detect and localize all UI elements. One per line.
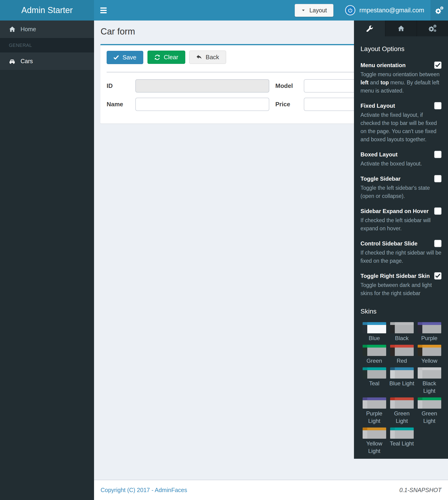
copyright-link[interactable]: Copyright (C) 2017 - AdminFaces	[101, 487, 187, 493]
skin-green-light[interactable]: Green Light	[416, 397, 443, 425]
option-description: Activate the fixed layout, if checked th…	[361, 111, 441, 144]
price-label: Price	[269, 101, 304, 108]
toggle-right-sidebar-skin-checkbox[interactable]	[434, 272, 441, 279]
skin-blue-light[interactable]: Blue Light	[388, 367, 416, 395]
left-sidebar: Home GENERAL Cars	[0, 20, 94, 500]
skin-label: Blue Light	[389, 380, 415, 387]
wrench-icon	[366, 25, 373, 32]
bars-icon	[100, 7, 107, 9]
save-button-label: Save	[123, 54, 136, 61]
id-label: ID	[107, 82, 135, 90]
brand-logo[interactable]: Admin Starter	[0, 0, 94, 20]
skin-label: Purple	[417, 334, 442, 342]
check-icon	[114, 55, 119, 60]
skin-label: Green	[362, 357, 387, 364]
option-description: If checked the left sidebar will expand …	[361, 216, 441, 233]
skin-label: Green Light	[417, 410, 442, 425]
tab-layout-options[interactable]	[354, 20, 385, 36]
skin-swatch[interactable]	[363, 322, 386, 333]
brand-title: Admin Starter	[21, 5, 73, 15]
gears-icon	[435, 6, 444, 14]
control-sidebar-tabs	[354, 20, 448, 36]
control-sidebar-slide-checkbox[interactable]	[434, 240, 441, 247]
tab-home[interactable]	[385, 20, 416, 36]
option-boxed-layout: Boxed Layout Activate the boxed layout.	[361, 151, 441, 168]
skin-red[interactable]: Red	[388, 345, 416, 364]
skin-label: Purple Light	[362, 410, 387, 425]
sidebar-section-header: GENERAL	[0, 38, 94, 52]
control-sidebar-toggle-button[interactable]	[431, 0, 448, 20]
sidebar-item-home[interactable]: Home	[0, 20, 94, 38]
skin-yellow[interactable]: Yellow	[416, 345, 443, 364]
skin-black-light[interactable]: Black Light	[416, 367, 443, 395]
skin-green-light-red[interactable]: Green Light	[388, 397, 416, 425]
skin-swatch[interactable]	[418, 345, 441, 356]
skin-swatch[interactable]	[390, 322, 414, 333]
skin-swatch[interactable]	[363, 397, 386, 409]
option-title: Toggle Sidebar	[361, 176, 441, 182]
skin-swatch[interactable]	[390, 367, 414, 379]
skin-blue[interactable]: Blue	[361, 322, 388, 342]
skin-label: Red	[389, 357, 415, 364]
skin-teal-light[interactable]: Teal Light	[388, 427, 416, 455]
skin-purple[interactable]: Purple	[416, 322, 443, 342]
sidebar-toggle-button[interactable]	[100, 3, 114, 17]
page-footer: Copyright (C) 2017 - AdminFaces 0.1-SNAP…	[94, 480, 448, 500]
skin-swatch[interactable]	[390, 397, 414, 409]
name-field[interactable]	[135, 98, 269, 111]
option-description: If checked the right sidebar will be fix…	[361, 249, 441, 265]
skin-black[interactable]: Black	[388, 322, 416, 342]
save-button[interactable]: Save	[107, 51, 143, 64]
clear-button[interactable]: Clear	[147, 51, 185, 64]
refresh-icon	[155, 55, 160, 60]
control-sidebar-body: Layout Options Menu orientation Toggle m…	[354, 36, 448, 458]
tab-settings[interactable]	[416, 20, 448, 36]
option-title: Sidebar Expand on Hover	[361, 208, 441, 214]
skin-green[interactable]: Green	[361, 345, 388, 364]
option-title: Menu orientation	[361, 62, 441, 69]
skin-teal[interactable]: Teal	[361, 367, 388, 395]
back-button[interactable]: Back	[189, 51, 226, 64]
toggle-sidebar-checkbox[interactable]	[434, 175, 441, 182]
skins-grid: Blue Black Purple Green Red Yellow	[361, 322, 444, 458]
skin-label: Yellow Light	[362, 440, 387, 455]
home-icon	[9, 26, 16, 32]
menu-orientation-checkbox[interactable]	[434, 61, 441, 69]
user-menu[interactable]: rmpestano@gmail.com	[345, 5, 424, 15]
skin-label: Yellow	[417, 357, 442, 364]
layout-dropdown-label: Layout	[309, 7, 327, 14]
skin-swatch[interactable]	[418, 367, 441, 379]
clear-button-label: Clear	[164, 54, 178, 61]
skin-swatch[interactable]	[363, 427, 386, 439]
skin-swatch[interactable]	[363, 367, 386, 379]
option-description: Toggle menu orientation between left and…	[361, 70, 441, 95]
top-navbar: Admin Starter Layout rmpestano@gmail.com	[0, 0, 448, 20]
option-fixed-layout: Fixed Layout Activate the fixed layout, …	[361, 103, 441, 144]
sidebar-expand-hover-checkbox[interactable]	[434, 208, 441, 215]
skin-swatch[interactable]	[390, 345, 414, 356]
sidebar-item-label: Home	[20, 26, 36, 33]
caret-down-icon	[301, 8, 305, 12]
fixed-layout-checkbox[interactable]	[434, 102, 441, 109]
name-label: Name	[107, 101, 135, 108]
sidebar-item-cars[interactable]: Cars	[0, 52, 94, 70]
skin-yellow-light[interactable]: Yellow Light	[361, 427, 388, 455]
sidebar-item-label: Cars	[20, 58, 33, 65]
option-description: Toggle between dark and light skins for …	[361, 281, 441, 297]
boxed-layout-checkbox[interactable]	[434, 151, 441, 158]
skin-swatch[interactable]	[418, 397, 441, 409]
skin-label: Black	[389, 334, 415, 342]
option-description: Toggle the left sidebar's state (open or…	[361, 184, 441, 200]
version-label: 0.1-SNAPSHOT	[399, 487, 441, 493]
skin-swatch[interactable]	[418, 322, 441, 333]
skin-purple-light[interactable]: Purple Light	[361, 397, 388, 425]
option-control-sidebar-slide: Control Sidebar Slide If checked the rig…	[361, 240, 441, 265]
model-label: Model	[269, 82, 304, 90]
skin-swatch[interactable]	[390, 427, 414, 439]
option-description: Activate the boxed layout.	[361, 160, 441, 168]
skin-label: Blue	[362, 334, 387, 342]
check-icon	[435, 63, 440, 68]
skin-label: Teal Light	[389, 440, 415, 447]
layout-dropdown[interactable]: Layout	[295, 4, 334, 17]
skin-swatch[interactable]	[363, 345, 386, 356]
